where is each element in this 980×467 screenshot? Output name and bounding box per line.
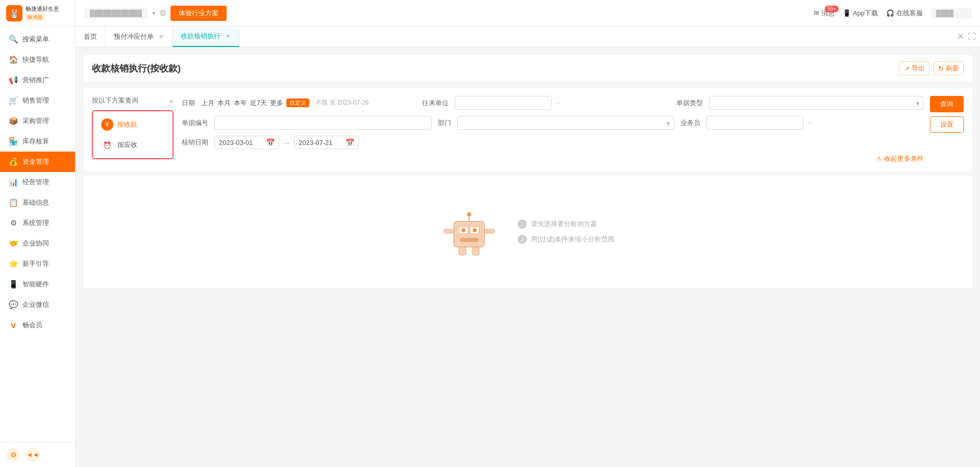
calendar-end-icon[interactable]: 📅 [346, 138, 354, 146]
sidebar-item-guide[interactable]: 🌟 新手引导 [0, 254, 75, 274]
collapse-sidebar-icon[interactable]: ◄◄ [26, 448, 40, 462]
app-download-button[interactable]: 📱 App下载 [843, 9, 878, 18]
collapse-left-icon[interactable]: « [169, 96, 174, 105]
inventory-icon: 🏪 [8, 137, 18, 146]
tab-receipt-close[interactable]: ✕ [226, 33, 231, 40]
sidebar-item-label: 企业微信 [22, 300, 49, 309]
calendar-start-icon[interactable]: 📅 [266, 138, 275, 146]
system-icon: ⚙ [8, 218, 18, 228]
svg-rect-9 [484, 229, 495, 233]
logo-text-block: 畅捷通好生意 标准版 [26, 5, 59, 21]
empty-content: 1 请先选择要分析的方案 2 用[过滤]条件来缩小分析范围 [441, 206, 614, 257]
custom-date-badge: 自定义 [286, 99, 309, 107]
topbar-right: ✉ 消息 99+ 📱 App下载 🎧 在线客服 ████ [814, 8, 972, 18]
sidebar-item-label: 库存核算 [22, 137, 49, 146]
tab-receipt-verification[interactable]: 收款核销执行 ✕ [173, 27, 239, 47]
hint-1-text: 请先选择要分析的方案 [531, 219, 597, 229]
voucher-type-select[interactable] [709, 96, 924, 110]
sidebar-item-label: 采购管理 [22, 116, 49, 126]
tab-home-label: 首页 [84, 32, 97, 41]
tab-home[interactable]: 首页 [76, 27, 106, 47]
date-more[interactable]: 更多 [270, 99, 283, 108]
company-name: ████████████ [84, 8, 148, 19]
sidebar-item-marketing[interactable]: 📢 营销推广 [0, 70, 75, 90]
staff-label: 业务员 [680, 118, 700, 128]
tab-prepay-close[interactable]: ✕ [159, 33, 164, 40]
fullscreen-icon[interactable]: ⛶ [968, 32, 976, 41]
hint-1: 1 请先选择要分析的方案 [518, 219, 614, 229]
tab-prepay[interactable]: 预付冲应付单 ✕ [106, 27, 173, 47]
wechat-icon: 💬 [8, 300, 18, 309]
date-no-limit: 不限 至 2023-07-26 [315, 99, 369, 107]
app-logo: 🐰 畅捷通好生意 标准版 [0, 0, 75, 27]
content-area: 收款核销执行(按收款) ↗ 导出 ↻ 刷新 按以下方案查询 « [76, 47, 980, 467]
filter-row-3: 核销日期 📅 — 📅 [182, 136, 924, 149]
sidebar-item-system[interactable]: ⚙ 系统管理 [0, 213, 75, 233]
message-icon: ✉ [814, 9, 819, 17]
staff-dots[interactable]: ··· [805, 118, 812, 128]
sidebar-item-inventory[interactable]: 🏪 库存核算 [0, 131, 75, 152]
query-panel: 按以下方案查询 « ¥ 按收款 ⏰ 按应收 [84, 88, 972, 171]
enterprise-icon: 🤝 [8, 239, 18, 248]
option-by-receipt[interactable]: ¥ 按收款 [96, 114, 169, 135]
page-title: 收款核销执行(按收款) [92, 62, 181, 75]
date-this-month[interactable]: 本月 [217, 99, 231, 108]
user-menu[interactable]: ████ [931, 8, 972, 18]
action-buttons: 查询 设置 [930, 96, 964, 163]
staff-input[interactable] [706, 116, 803, 130]
sidebar-item-quick-nav[interactable]: 🏠 快捷导航 [0, 50, 75, 70]
sidebar-item-label: 系统管理 [22, 218, 49, 228]
topbar-gear-icon[interactable]: ⚙ [159, 8, 166, 18]
voucher-no-input[interactable] [214, 116, 432, 130]
option-by-receivable[interactable]: ⏰ 按应收 [96, 135, 169, 155]
collapse-more-btn[interactable]: ∧ 收起更多条件 [876, 154, 924, 163]
main-area: ████████████ ▾ ⚙ 体验行业方案 ✉ 消息 99+ 📱 App下载… [76, 0, 980, 467]
date-filter-label: 日期 [182, 99, 195, 108]
sidebar-item-finance[interactable]: 💰 资金管理 [0, 152, 75, 172]
dept-select[interactable] [457, 116, 675, 130]
query-button[interactable]: 查询 [930, 96, 964, 112]
right-filter-area: 日期 上月 本月 本年 近7天 更多 自定义 不限 至 2023-07-26 往… [182, 96, 924, 163]
sidebar-item-label: 营销推广 [22, 76, 49, 85]
sidebar-item-label: 经营管理 [22, 178, 49, 187]
refresh-icon: ↻ [938, 65, 944, 72]
tab-receipt-label: 收款核销执行 [181, 32, 220, 41]
sidebar-item-sales[interactable]: 🛒 销售管理 [0, 90, 75, 111]
sales-icon: 🛒 [8, 96, 18, 105]
date-last-month[interactable]: 上月 [201, 99, 214, 108]
app-edition: 标准版 [26, 13, 45, 21]
date-this-year[interactable]: 本年 [234, 99, 247, 108]
settings-button[interactable]: 设置 [930, 116, 964, 133]
sidebar-item-enterprise[interactable]: 🤝 企业协同 [0, 233, 75, 254]
voucher-no-label: 单据编号 [182, 118, 208, 128]
sidebar-item-search[interactable]: 🔍 搜索菜单 [0, 29, 75, 50]
settings-footer-icon[interactable]: ⚙ [6, 448, 20, 462]
left-panel-label: 按以下方案查询 [92, 96, 138, 105]
sidebar-item-basic-info[interactable]: 📋 基础信息 [0, 192, 75, 213]
sidebar-item-operation[interactable]: 📊 经营管理 [0, 172, 75, 192]
message-button[interactable]: ✉ 消息 99+ [814, 9, 835, 18]
tabbar: 首页 预付冲应付单 ✕ 收款核销执行 ✕ ✕ ⛶ [76, 27, 980, 47]
counterparty-input[interactable] [455, 96, 552, 110]
topbar-dropdown-icon[interactable]: ▾ [152, 10, 155, 17]
verify-date-start-input[interactable] [219, 139, 264, 146]
sidebar-item-member[interactable]: V 畅会员 [0, 315, 75, 335]
verify-date-end-input[interactable] [299, 139, 344, 146]
empty-illustration [441, 206, 497, 257]
guide-icon: 🌟 [8, 259, 18, 268]
sidebar-item-purchase[interactable]: 📦 采购管理 [0, 111, 75, 131]
counterparty-dots[interactable]: ··· [554, 99, 560, 108]
page-header: 收款核销执行(按收款) ↗ 导出 ↻ 刷新 [84, 55, 972, 82]
sidebar-item-hardware[interactable]: 📱 智能硬件 [0, 274, 75, 294]
export-button[interactable]: ↗ 导出 [899, 61, 929, 76]
date-last-7days[interactable]: 近7天 [250, 99, 267, 108]
refresh-button[interactable]: ↻ 刷新 [934, 61, 964, 76]
app-name: 畅捷通好生意 [26, 5, 59, 12]
online-service-button[interactable]: 🎧 在线客服 [886, 9, 923, 18]
close-all-tabs-icon[interactable]: ✕ [957, 32, 964, 41]
svg-rect-10 [459, 247, 466, 255]
receipt-option-icon: ¥ [101, 118, 113, 131]
svg-rect-8 [444, 229, 454, 233]
solution-button[interactable]: 体验行业方案 [170, 6, 227, 21]
sidebar-item-wechat[interactable]: 💬 企业微信 [0, 294, 75, 315]
